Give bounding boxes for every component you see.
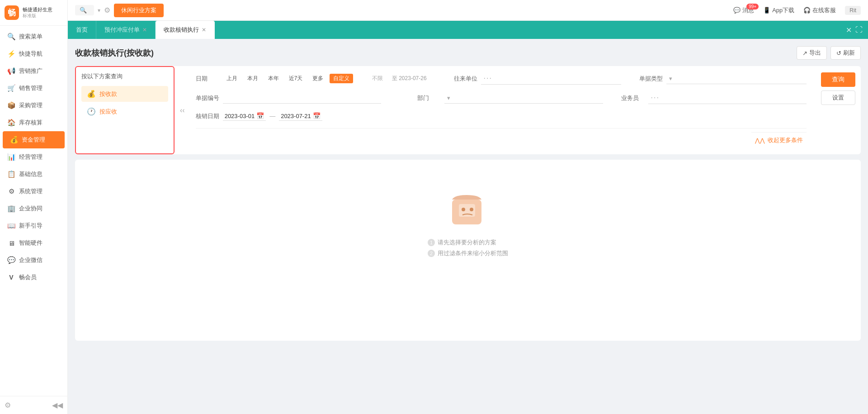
sidebar-item-enterprise-label: 企业协同 — [19, 205, 42, 213]
export-label: 导出 — [809, 49, 821, 57]
partner-select[interactable]: ··· — [481, 72, 621, 85]
sidebar-item-marketing[interactable]: 📢 营销推广 — [0, 62, 67, 80]
sidebar-item-management-label: 经营管理 — [19, 153, 42, 161]
filter-scheme-title: 按以下方案查询 — [81, 72, 168, 81]
partner-dots-icon: ··· — [484, 74, 492, 82]
service-label: 在线客服 — [812, 6, 836, 14]
sidebar-item-guide[interactable]: 📖 新手引导 — [0, 217, 67, 234]
filter-scheme-selector: 按以下方案查询 💰 按收款 🕐 按应收 — [75, 66, 175, 154]
tab-receipts-label: 收款核销执行 — [164, 26, 199, 34]
sidebar-item-inventory[interactable]: 🏠 库存核算 — [0, 114, 67, 131]
filter-group-verify-date: 核销日期 2023-03-01 📅 — 2023-07-21 📅 — [196, 111, 807, 121]
main-content: 🔍 ▾ ⚙ 休闲行业方案 💬 消息 99+ 📱 App下载 🎧 在线客服 Ri — [68, 0, 868, 414]
bill-no-input[interactable] — [223, 93, 381, 104]
app-badge: 标准版 — [23, 13, 52, 19]
topbar: 🔍 ▾ ⚙ 休闲行业方案 💬 消息 99+ 📱 App下载 🎧 在线客服 Ri — [68, 0, 868, 21]
user-name: Rit — [849, 7, 856, 14]
empty-step1-text: 请先选择要分析的方案 — [438, 238, 496, 247]
bill-type-select[interactable]: ▾ — [666, 73, 807, 84]
collapse-icon: ⋀⋀ — [755, 137, 765, 144]
online-service-btn[interactable]: 🎧 在线客服 — [803, 6, 836, 14]
shortcut-icon: ⚡ — [7, 50, 15, 58]
filter-panel: 按以下方案查询 💰 按收款 🕐 按应收 ‹‹ 日期 — [75, 66, 861, 154]
gear-icon[interactable]: ⚙ — [104, 6, 110, 14]
filter-group-dept: 部门 ▾ — [417, 93, 603, 104]
filter-option-receivable-label: 按应收 — [99, 108, 117, 116]
refresh-button[interactable]: ↺ 刷新 — [830, 46, 861, 60]
filter-fields: 日期 上月 本月 本年 近7天 更多 自定义 不限 至 2023-07-26 — [187, 66, 816, 154]
sidebar-item-sales[interactable]: 🛒 销售管理 — [0, 80, 67, 97]
step1-num: 1 — [428, 239, 435, 246]
more-date-btn[interactable]: 更多 — [309, 73, 327, 84]
tab-prepay-close-icon[interactable]: ✕ — [142, 27, 147, 33]
app-download-label: App下载 — [772, 6, 794, 14]
query-button[interactable]: 查询 — [821, 72, 855, 87]
filter-group-bill-type: 单据类型 ▾ — [639, 73, 807, 84]
calendar-start-icon: 📅 — [256, 112, 264, 119]
last-month-btn[interactable]: 上月 — [223, 73, 241, 84]
sidebar-item-system[interactable]: ⚙ 系统管理 — [0, 183, 67, 200]
search-bar[interactable]: 🔍 — [75, 5, 94, 15]
user-info[interactable]: Rit — [845, 6, 861, 15]
message-btn[interactable]: 💬 消息 99+ — [733, 6, 754, 14]
last-7-days-btn[interactable]: 近7天 — [285, 73, 307, 84]
topbar-left: 🔍 ▾ ⚙ 休闲行业方案 — [75, 4, 164, 17]
tab-receipts-close-icon[interactable]: ✕ — [202, 27, 206, 33]
content-area: 1 请先选择要分析的方案 2 用过滤条件来缩小分析范围 — [75, 160, 861, 341]
verify-date-start-value: 2023-03-01 — [225, 113, 255, 119]
staff-select[interactable]: ··· — [648, 92, 807, 104]
more-conditions-btn[interactable]: ⋀⋀ 收起更多条件 — [751, 132, 807, 148]
page-content: 收款核销执行(按收款) ↗ 导出 ↺ 刷新 按以下方案查询 💰 按收款 — [68, 39, 868, 414]
sidebar-item-wechat[interactable]: 💬 企业微信 — [0, 252, 67, 269]
date-label: 日期 — [196, 75, 219, 83]
sidebar-item-enterprise[interactable]: 🏢 企业协同 — [0, 200, 67, 217]
dept-select[interactable]: ▾ — [444, 93, 603, 104]
sidebar-logo: 畅 畅捷通好生意 标准版 — [0, 0, 67, 26]
custom-date-btn[interactable]: 自定义 — [330, 74, 353, 83]
verify-date-end-wrap[interactable]: 2023-07-21 📅 — [279, 111, 322, 121]
this-year-btn[interactable]: 本年 — [264, 73, 283, 84]
industry-btn[interactable]: 休闲行业方案 — [114, 4, 164, 17]
setting-button[interactable]: 设置 — [821, 90, 855, 105]
sidebar-item-shortcut[interactable]: ⚡ 快捷导航 — [0, 45, 67, 62]
svg-point-3 — [470, 208, 473, 211]
tab-prepay[interactable]: 预付冲应付单 ✕ — [96, 21, 156, 39]
tabbar-actions: ✕ ⛶ — [840, 21, 868, 39]
app-download-btn[interactable]: 📱 App下载 — [763, 6, 794, 14]
sidebar-item-vip[interactable]: V 畅会员 — [0, 269, 67, 286]
maximize-icon[interactable]: ⛶ — [855, 26, 863, 34]
collapse-sidebar-icon[interactable]: ◀◀ — [52, 401, 63, 409]
empty-step2-text: 用过滤条件来缩小分析范围 — [438, 249, 508, 257]
sidebar-item-purchase[interactable]: 📦 采购管理 — [0, 97, 67, 114]
sidebar-item-purchase-label: 采购管理 — [19, 101, 42, 109]
sidebar-item-wechat-label: 企业微信 — [19, 256, 42, 264]
filter-option-by-receivable[interactable]: 🕐 按应收 — [81, 104, 168, 119]
export-button[interactable]: ↗ 导出 — [797, 46, 827, 60]
calendar-end-icon: 📅 — [313, 112, 321, 119]
page-header: 收款核销执行(按收款) ↗ 导出 ↺ 刷新 — [75, 46, 861, 60]
verify-date-label: 核销日期 — [196, 112, 219, 120]
bill-no-label: 单据编号 — [196, 94, 219, 102]
sidebar-item-finance[interactable]: 💰 资金管理 — [3, 131, 65, 148]
filter-row-1: 日期 上月 本月 本年 近7天 更多 自定义 不限 至 2023-07-26 — [196, 72, 807, 85]
verify-date-start-wrap[interactable]: 2023-03-01 📅 — [223, 111, 266, 121]
wechat-icon: 💬 — [7, 256, 15, 264]
sidebar-item-search[interactable]: 🔍 搜索菜单 — [0, 28, 67, 45]
settings-icon[interactable]: ⚙ — [5, 401, 11, 409]
tab-receipts[interactable]: 收款核销执行 ✕ — [156, 21, 215, 39]
app-icon: 📱 — [763, 7, 770, 14]
chevron-down-icon[interactable]: ▾ — [98, 7, 100, 14]
filter-option-receipt-label: 按收款 — [99, 90, 117, 98]
tab-prepay-label: 预付冲应付单 — [104, 26, 140, 34]
collapse-filter-btn[interactable]: ‹‹ — [178, 66, 187, 154]
inventory-icon: 🏠 — [7, 119, 15, 127]
sidebar-item-management[interactable]: 📊 经营管理 — [0, 148, 67, 166]
close-all-icon[interactable]: ✕ — [846, 26, 852, 34]
sidebar-item-basic-info[interactable]: 📋 基础信息 — [0, 166, 67, 183]
tab-home[interactable]: 首页 — [68, 21, 96, 39]
filter-option-by-receipt[interactable]: 💰 按收款 — [81, 86, 168, 102]
sidebar: 畅 畅捷通好生意 标准版 🔍 搜索菜单 ⚡ 快捷导航 📢 营销推广 🛒 销售管理… — [0, 0, 68, 414]
this-month-btn[interactable]: 本月 — [244, 73, 262, 84]
sidebar-item-hardware[interactable]: 🖥 智能硬件 — [0, 234, 67, 252]
app-logo-icon: 畅 — [5, 5, 19, 20]
